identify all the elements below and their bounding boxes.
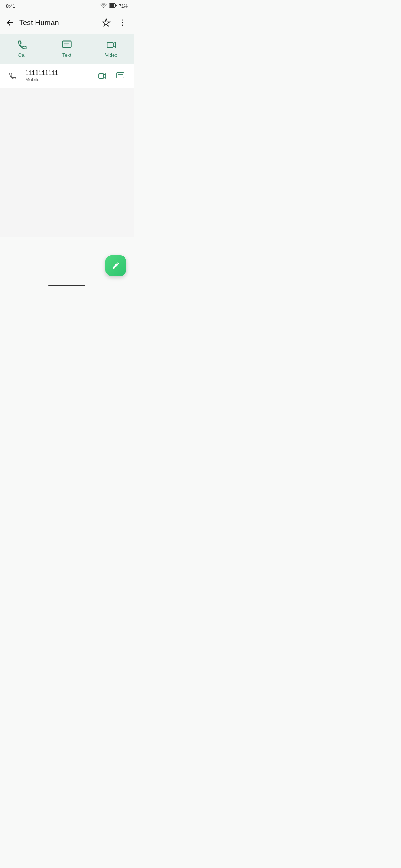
content-area bbox=[0, 88, 134, 237]
action-bar: Call Text Video bbox=[0, 34, 134, 64]
battery-percent: 71% bbox=[119, 4, 128, 9]
svg-rect-9 bbox=[99, 74, 104, 78]
video-label: Video bbox=[105, 52, 117, 58]
svg-point-2 bbox=[122, 20, 123, 21]
status-icons: 71% bbox=[100, 3, 128, 9]
more-options-button[interactable] bbox=[114, 14, 131, 31]
contact-info: 1111111111 Mobile bbox=[25, 70, 95, 82]
table-row[interactable]: 1111111111 Mobile bbox=[0, 64, 134, 88]
text-action[interactable]: Text bbox=[45, 40, 89, 58]
page-title: Test Human bbox=[18, 19, 98, 27]
video-action[interactable]: Video bbox=[89, 40, 134, 58]
svg-point-3 bbox=[122, 22, 123, 23]
home-indicator bbox=[48, 285, 85, 286]
text-label: Text bbox=[62, 52, 71, 58]
phone-number: 1111111111 bbox=[25, 70, 95, 76]
favorite-button[interactable] bbox=[98, 14, 114, 31]
call-action[interactable]: Call bbox=[0, 40, 45, 58]
svg-rect-10 bbox=[117, 73, 124, 78]
status-time: 8:41 bbox=[6, 3, 15, 9]
back-button[interactable] bbox=[1, 14, 18, 31]
status-bar: 8:41 71% bbox=[0, 0, 134, 11]
call-label: Call bbox=[18, 52, 26, 58]
message-button[interactable] bbox=[113, 69, 128, 83]
app-bar: Test Human bbox=[0, 11, 134, 34]
svg-rect-1 bbox=[109, 4, 114, 7]
phone-type: Mobile bbox=[25, 77, 95, 82]
svg-point-4 bbox=[122, 25, 123, 26]
edit-fab[interactable] bbox=[105, 255, 126, 276]
video-call-button[interactable] bbox=[95, 69, 110, 83]
app-bar-actions bbox=[98, 14, 131, 31]
wifi-icon bbox=[100, 3, 107, 9]
svg-rect-8 bbox=[107, 42, 113, 47]
svg-rect-5 bbox=[62, 41, 71, 48]
phone-icon bbox=[6, 69, 19, 83]
battery-icon bbox=[109, 3, 117, 9]
contact-actions bbox=[95, 69, 128, 83]
contact-list: 1111111111 Mobile bbox=[0, 64, 134, 88]
